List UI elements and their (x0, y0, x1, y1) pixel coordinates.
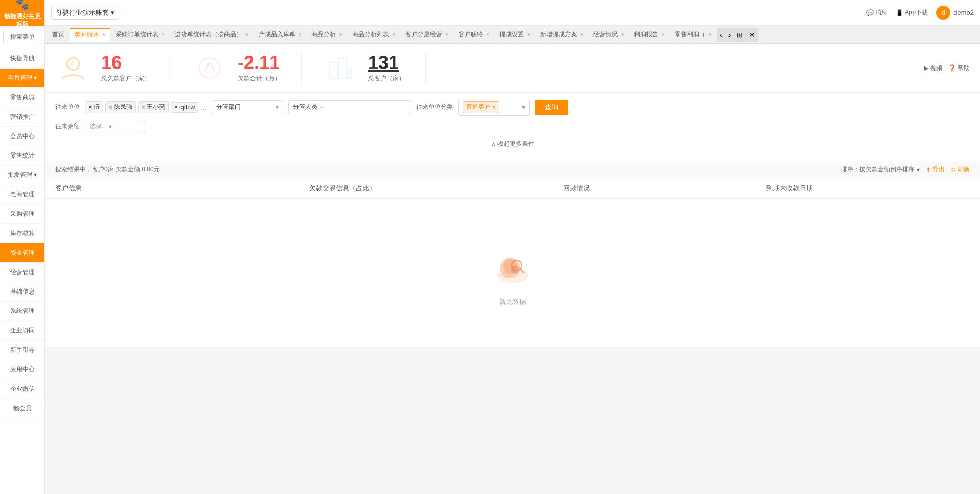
app-download-btn[interactable]: 📱 App下载 (896, 8, 928, 17)
category-tag-close-icon[interactable]: × (492, 104, 496, 111)
dept-filter[interactable]: 分管部门 ▾ (212, 100, 283, 114)
tab-prev-btn[interactable]: ‹ (717, 28, 725, 42)
tab-close-purchase-stats[interactable]: × (245, 32, 248, 37)
sidebar-item-operations[interactable]: 经营管理 (0, 263, 44, 282)
export-button[interactable]: ⬆ 导出 (926, 165, 945, 174)
col-overdue-date: 到期未收款日期 (766, 184, 970, 193)
tab-retail-profit[interactable]: 零售利润（ × (670, 28, 717, 42)
tab-close-retail-profit[interactable]: × (709, 32, 712, 37)
filter-row-2: 往来余额 选择... ▾ (55, 120, 970, 133)
sidebar-item-capital[interactable]: 资金管理 (0, 243, 44, 263)
sidebar-item-retail-mall[interactable]: 零售商城 (0, 88, 44, 107)
stat-total-debtors: 16 总欠款客户（家） (101, 54, 171, 83)
sidebar-item-marketing[interactable]: 营销推广 (0, 107, 44, 127)
tab-next-btn[interactable]: › (725, 28, 734, 42)
filter-tag-wu[interactable]: × 伍 (85, 101, 103, 113)
svg-text:✦: ✦ (206, 61, 211, 69)
category-filter[interactable]: 普通客户 × ▾ (458, 99, 530, 116)
svg-rect-6 (339, 58, 347, 78)
debtors-icon: ¥ (55, 50, 91, 86)
sidebar-item-wechat[interactable]: 企业微信 (0, 379, 44, 399)
tab-operations-status[interactable]: 经营情况 × (588, 28, 629, 42)
tab-purchase-order[interactable]: 采购订单统计表 × (110, 28, 170, 42)
tab-close-profit-report[interactable]: × (662, 32, 665, 37)
message-icon: 💬 (866, 9, 874, 16)
phone-icon: 📱 (896, 9, 903, 16)
filter-tag-wangxiaoliang[interactable]: × 王小亮 (138, 101, 169, 113)
sidebar-item-system[interactable]: 系统管理 (0, 302, 44, 321)
tab-close-goods-analysis-list[interactable]: × (392, 32, 395, 37)
search-menu-button[interactable]: 搜索菜单 (3, 30, 41, 44)
filter-tag-cjttcw[interactable]: × cjttcw (171, 102, 198, 113)
tab-home[interactable]: 首页 (47, 28, 70, 42)
sidebar-item-newbie[interactable]: 新手引导 (0, 341, 44, 360)
query-button[interactable]: 查询 (535, 100, 568, 115)
tab-reminder-settings[interactable]: 提成设置 × (494, 28, 535, 42)
data-table: 客户信息 欠款交易信息（占比） 回款情况 到期未收款日期 (45, 178, 980, 347)
tab-customer-contact[interactable]: 客户联络 × (453, 28, 494, 42)
person-more-icon[interactable]: ··· (320, 104, 325, 111)
refresh-button[interactable]: ↻ 刷新 (951, 165, 970, 174)
stats-bar: ¥ 16 总欠款客户（家） ✦ -2.11 欠款合计（万） (45, 44, 980, 93)
video-help-btn[interactable]: ▶ 视频 (924, 64, 942, 73)
tab-close-goods-analysis[interactable]: × (339, 32, 342, 37)
results-info: 搜索结果中，客户0家 欠款金额 0.00元 (55, 165, 160, 174)
person-filter[interactable]: 分管人员 ··· (288, 100, 411, 114)
results-bar: 搜索结果中，客户0家 欠款金额 0.00元 排序：按欠款金额倒序排序 ▾ ⬆ 导… (45, 161, 980, 178)
sidebar-item-app-center[interactable]: 应用中心 (0, 360, 44, 379)
chevron-down-icon: ▾ (111, 9, 115, 16)
total-debtors-value: 16 (101, 54, 122, 72)
tab-close-accounts[interactable]: × (102, 32, 105, 38)
stats-actions: ▶ 视频 ❓ 帮助 (924, 64, 970, 73)
export-icon: ⬆ (926, 166, 931, 173)
industry-selector[interactable]: 母婴行业演示账套 ▾ (51, 6, 119, 20)
sidebar-item-enterprise[interactable]: 企业协同 (0, 321, 44, 341)
sidebar-item-quick-nav[interactable]: 快捷导航 (0, 49, 44, 69)
tab-close-reminder-settings[interactable]: × (527, 32, 530, 37)
col-repayment: 回款情况 (563, 184, 767, 193)
tab-bar: 首页 客户账本 × 采购订单统计表 × 进货单统计表（按商品） × 产成品入库单… (45, 26, 980, 44)
filter-tags-more[interactable]: ... (200, 103, 207, 111)
unit-filter-tags: × 伍 × 陈民强 × 王小亮 × cjttcw ... (85, 101, 207, 113)
total-debt-value: -2.11 (238, 54, 280, 72)
tab-cost-entry[interactable]: 产成品入库单 × (254, 28, 307, 42)
tab-expand-btn[interactable]: ⊞ (734, 28, 746, 42)
tab-close-customer-tier[interactable]: × (445, 32, 448, 37)
tab-purchase-stats[interactable]: 进货单统计表（按商品） × (170, 28, 254, 42)
sidebar-item-inventory[interactable]: 库存核算 (0, 224, 44, 243)
tab-close-new-achievement[interactable]: × (580, 32, 583, 37)
col-customer-info: 客户信息 (55, 184, 309, 193)
sidebar-item-retail-stat[interactable]: 零售统计 (0, 146, 44, 166)
tab-profit-report[interactable]: 利润报告 × (629, 28, 670, 42)
tab-close-customer-contact[interactable]: × (486, 32, 489, 37)
tab-customer-tier[interactable]: 客户分层经营 × (400, 28, 453, 42)
tab-close-all-btn[interactable]: ✕ (746, 28, 758, 42)
filter-row-1: 往来单位 × 伍 × 陈民强 × 王小亮 × (55, 99, 970, 116)
sidebar-item-basics[interactable]: 基础信息 (0, 282, 44, 302)
tab-close-operations-status[interactable]: × (621, 32, 624, 37)
tab-close-cost-entry[interactable]: × (299, 32, 302, 37)
sidebar-item-retail-mgmt[interactable]: 零售管理 ▾ (0, 69, 44, 88)
message-btn[interactable]: 💬 消息 (866, 8, 887, 17)
help-btn[interactable]: ❓ 帮助 (948, 64, 970, 73)
collapse-button[interactable]: ∧ 收起更多条件 (487, 138, 538, 150)
tab-goods-analysis[interactable]: 商品分析 × (306, 28, 347, 42)
total-customers-label: 总客户（家） (368, 74, 405, 83)
help-icon: ❓ (948, 64, 956, 72)
sort-selector[interactable]: 排序：按欠款金额倒序排序 ▾ (841, 165, 920, 174)
results-actions: 排序：按欠款金额倒序排序 ▾ ⬆ 导出 ↻ 刷新 (841, 165, 970, 174)
tab-goods-analysis-list[interactable]: 商品分析列表 × (347, 28, 400, 42)
sidebar-item-purchase[interactable]: 采购管理 (0, 205, 44, 224)
unit-category-label: 往来单位分类 (416, 103, 453, 111)
remainder-select[interactable]: 选择... ▾ (85, 120, 146, 133)
sidebar-item-member[interactable]: 会员中心 (0, 127, 44, 146)
selected-category-tag[interactable]: 普通客户 × (463, 101, 499, 113)
tab-close-purchase-order[interactable]: × (162, 32, 165, 37)
sidebar-item-wholesale[interactable]: 批发管理 ▾ (0, 166, 44, 185)
tab-new-achievement[interactable]: 新增提成方案 × (535, 28, 588, 42)
tab-accounts[interactable]: 客户账本 × (70, 28, 110, 42)
filter-tag-chenminqiang[interactable]: × 陈民强 (105, 101, 136, 113)
sidebar-item-ecommerce[interactable]: 电商管理 (0, 185, 44, 205)
sidebar-item-vip[interactable]: 畅会员 (0, 399, 44, 418)
table-header: 客户信息 欠款交易信息（占比） 回款情况 到期未收款日期 (45, 178, 980, 199)
